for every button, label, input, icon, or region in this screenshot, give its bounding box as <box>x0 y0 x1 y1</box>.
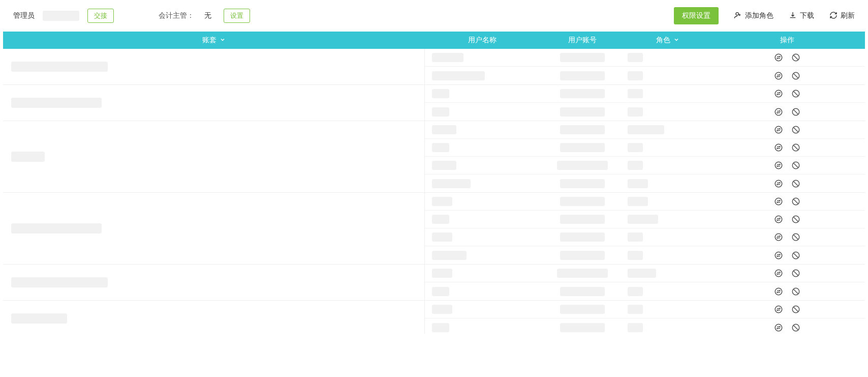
user-name-redacted <box>432 71 485 80</box>
disable-button[interactable] <box>791 250 801 260</box>
swap-icon[interactable] <box>773 323 784 333</box>
disable-button[interactable] <box>791 196 801 207</box>
swap-icon[interactable] <box>773 52 784 63</box>
swap-icon[interactable] <box>773 107 784 117</box>
table-row <box>3 49 865 85</box>
user-name-cell <box>425 179 539 188</box>
add-role-button[interactable]: 添加角色 <box>734 11 773 21</box>
role-redacted <box>628 89 643 98</box>
user-account-cell <box>539 53 626 62</box>
settings-button[interactable]: 设置 <box>224 9 250 23</box>
role-redacted <box>628 71 643 80</box>
role-redacted <box>628 251 643 260</box>
svg-point-5 <box>775 90 782 97</box>
svg-point-11 <box>775 144 782 151</box>
user-account-cell <box>539 179 626 188</box>
disable-button[interactable] <box>791 214 801 224</box>
swap-icon[interactable] <box>773 89 784 99</box>
user-account-redacted <box>560 305 605 314</box>
download-button[interactable]: 下载 <box>789 11 814 21</box>
user-account-redacted <box>560 53 605 62</box>
role-redacted <box>628 53 643 62</box>
role-redacted <box>628 197 648 206</box>
role-cell <box>626 53 709 62</box>
sub-rows <box>425 265 865 300</box>
swap-icon[interactable] <box>773 160 784 170</box>
operation-cell <box>709 107 865 117</box>
chevron-down-icon <box>220 36 226 44</box>
swap-icon[interactable] <box>773 196 784 207</box>
disable-button[interactable] <box>791 304 801 314</box>
swap-icon[interactable] <box>773 268 784 278</box>
list-item <box>425 139 865 157</box>
role-cell <box>626 323 709 332</box>
list-item <box>425 193 865 211</box>
list-item <box>425 228 865 246</box>
role-redacted <box>628 107 643 117</box>
user-account-redacted <box>560 233 605 242</box>
disable-button[interactable] <box>791 52 801 63</box>
disable-button[interactable] <box>791 71 801 81</box>
disable-button[interactable] <box>791 268 801 278</box>
role-cell <box>626 125 709 134</box>
disable-button[interactable] <box>791 142 801 153</box>
swap-icon[interactable] <box>773 214 784 224</box>
user-name-redacted <box>432 251 467 260</box>
user-account-redacted <box>560 71 605 80</box>
swap-icon[interactable] <box>773 125 784 135</box>
operation-cell <box>709 125 865 135</box>
operation-cell <box>709 71 865 81</box>
swap-icon[interactable] <box>773 142 784 153</box>
disable-button[interactable] <box>791 323 801 333</box>
swap-icon[interactable] <box>773 286 784 297</box>
user-account-cell <box>539 143 626 152</box>
user-name-redacted <box>432 161 456 170</box>
account-set-redacted <box>11 277 108 287</box>
disable-button[interactable] <box>791 286 801 297</box>
user-account-redacted <box>560 125 605 134</box>
operation-cell <box>709 323 865 333</box>
role-redacted <box>628 161 643 170</box>
operation-cell <box>709 250 865 260</box>
disable-button[interactable] <box>791 107 801 117</box>
role-cell <box>626 197 709 206</box>
disable-button[interactable] <box>791 179 801 189</box>
handover-button[interactable]: 交接 <box>87 9 114 23</box>
table-body[interactable] <box>3 49 865 334</box>
swap-icon[interactable] <box>773 250 784 260</box>
col-account-label: 账套 <box>202 36 216 45</box>
svg-point-7 <box>775 108 782 115</box>
account-set-cell <box>3 121 425 192</box>
disable-button[interactable] <box>791 89 801 99</box>
permission-settings-button[interactable]: 权限设置 <box>674 7 719 24</box>
col-header-account-set[interactable]: 账套 <box>3 36 425 45</box>
operation-cell <box>709 214 865 224</box>
refresh-button[interactable]: 刷新 <box>829 11 855 21</box>
operation-cell <box>709 196 865 207</box>
manager-name-redacted <box>43 11 79 21</box>
user-account-cell <box>539 125 626 134</box>
disable-button[interactable] <box>791 232 801 242</box>
sub-rows <box>425 301 865 334</box>
col-header-operation: 操作 <box>709 36 865 45</box>
disable-button[interactable] <box>791 160 801 170</box>
role-cell <box>626 161 709 170</box>
user-name-redacted <box>432 53 463 62</box>
col-header-role[interactable]: 角色 <box>626 36 709 45</box>
refresh-icon <box>829 11 838 21</box>
svg-point-25 <box>775 270 782 277</box>
disable-button[interactable] <box>791 125 801 135</box>
list-item <box>425 211 865 228</box>
swap-icon[interactable] <box>773 304 784 314</box>
col-role-label: 角色 <box>656 36 670 45</box>
manager-label: 管理员 <box>13 11 35 20</box>
user-name-redacted <box>432 197 452 206</box>
col-header-user-name: 用户名称 <box>425 36 539 45</box>
list-item <box>425 318 865 334</box>
svg-point-15 <box>775 180 782 187</box>
svg-point-27 <box>775 288 782 295</box>
swap-icon[interactable] <box>773 71 784 81</box>
role-redacted <box>628 305 643 314</box>
swap-icon[interactable] <box>773 179 784 189</box>
swap-icon[interactable] <box>773 232 784 242</box>
